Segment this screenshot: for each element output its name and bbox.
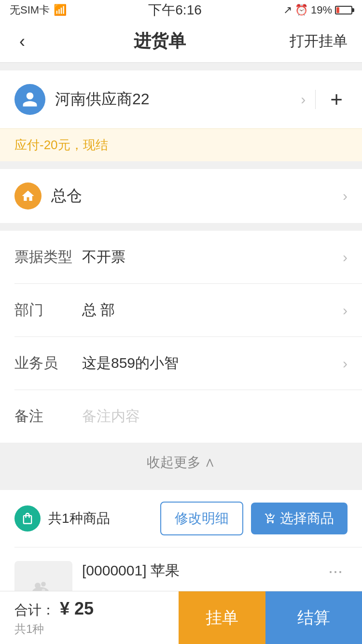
dept-value: 总 部	[72, 300, 338, 320]
total-row: 合计： ¥ 25	[14, 599, 164, 619]
battery-icon	[335, 6, 352, 14]
cart-add-icon	[265, 513, 276, 524]
select-product-label: 选择商品	[280, 509, 334, 528]
back-button[interactable]: ‹	[14, 27, 30, 56]
alarm-icon: ⏰	[295, 4, 308, 16]
sales-value: 这是859的小智	[72, 353, 338, 373]
collapse-button[interactable]: 收起更多 ∧	[0, 443, 362, 482]
supplier-divider	[315, 90, 316, 109]
total-count: 共1种	[14, 621, 164, 637]
settle-button[interactable]: 结算	[265, 591, 362, 644]
sales-label: 业务员	[14, 353, 72, 373]
notice-text: 应付-20元，现结	[14, 138, 108, 152]
shopping-bag-icon	[21, 512, 34, 525]
form-section: 票据类型 不开票 › 部门 总 部 › 业务员 这是859的小智 › 备注 备注…	[0, 231, 362, 443]
open-hang-button[interactable]: 打开挂单	[290, 31, 348, 51]
divider-2	[0, 223, 362, 231]
wifi-icon: 📶	[54, 4, 67, 16]
dept-chevron: ›	[343, 302, 348, 319]
time-label: 下午6:16	[148, 1, 202, 19]
settle-label: 结算	[297, 607, 330, 629]
status-bar: 无SIM卡 📶 下午6:16 ↗ ⏰ 19%	[0, 0, 362, 20]
svg-point-1	[41, 582, 46, 587]
sales-row[interactable]: 业务员 这是859的小智 ›	[0, 337, 362, 390]
ticket-type-value: 不开票	[72, 247, 338, 267]
ticket-type-row[interactable]: 票据类型 不开票 ›	[0, 231, 362, 283]
warehouse-row[interactable]: 总仓 ›	[0, 169, 362, 223]
hang-button[interactable]: 挂单	[179, 591, 265, 644]
sales-chevron: ›	[343, 355, 348, 372]
edit-detail-button[interactable]: 修改明细	[160, 502, 243, 535]
supplier-avatar	[14, 84, 45, 115]
supplier-chevron: ›	[301, 91, 306, 108]
more-options-button[interactable]: ···	[323, 561, 348, 581]
product-id: [0000001]	[82, 562, 146, 578]
divider-3	[0, 482, 362, 490]
select-product-button[interactable]: 选择商品	[251, 503, 348, 534]
hang-label: 挂单	[206, 607, 238, 629]
page-title: 进货单	[134, 29, 186, 53]
divider-1	[0, 161, 362, 169]
remark-row[interactable]: 备注 备注内容	[0, 390, 362, 443]
dept-label: 部门	[14, 300, 72, 320]
battery-percent: 19%	[311, 4, 332, 16]
product-title: 苹果	[151, 562, 180, 578]
location-icon: ↗	[283, 4, 292, 16]
warehouse-name: 总仓	[51, 185, 338, 207]
top-divider	[0, 63, 362, 70]
product-count-text: 共1种商品	[48, 509, 153, 528]
remark-input[interactable]: 备注内容	[72, 406, 348, 426]
total-section: 合计： ¥ 25 共1种	[0, 599, 179, 637]
dept-row[interactable]: 部门 总 部 ›	[0, 284, 362, 336]
nav-bar: ‹ 进货单 打开挂单	[0, 20, 362, 63]
status-left: 无SIM卡 📶	[10, 3, 67, 17]
ticket-chevron: ›	[343, 249, 348, 266]
person-icon	[21, 91, 39, 108]
product-count-icon	[14, 505, 41, 532]
home-icon	[21, 189, 35, 203]
warehouse-section: 总仓 ›	[0, 169, 362, 223]
warehouse-icon	[14, 182, 42, 210]
add-supplier-button[interactable]: +	[325, 87, 348, 112]
products-header: 共1种商品 修改明细 选择商品	[0, 490, 362, 547]
warehouse-chevron: ›	[343, 188, 348, 204]
ticket-type-label: 票据类型	[14, 247, 72, 267]
total-label: 合计：	[14, 601, 55, 619]
bottom-bar: 合计： ¥ 25 共1种 挂单 结算	[0, 591, 362, 644]
carrier-label: 无SIM卡	[10, 3, 50, 17]
remark-label: 备注	[14, 406, 72, 426]
collapse-label: 收起更多 ∧	[147, 453, 216, 472]
supplier-section: 河南供应商22 › + 应付-20元，现结	[0, 70, 362, 161]
supplier-row[interactable]: 河南供应商22 › +	[0, 70, 362, 128]
total-amount: ¥ 25	[60, 599, 94, 619]
supplier-name: 河南供应商22	[55, 89, 296, 110]
status-right: ↗ ⏰ 19%	[283, 4, 352, 16]
product-name: [0000001] 苹果	[82, 561, 314, 581]
notice-bar: 应付-20元，现结	[0, 128, 362, 161]
